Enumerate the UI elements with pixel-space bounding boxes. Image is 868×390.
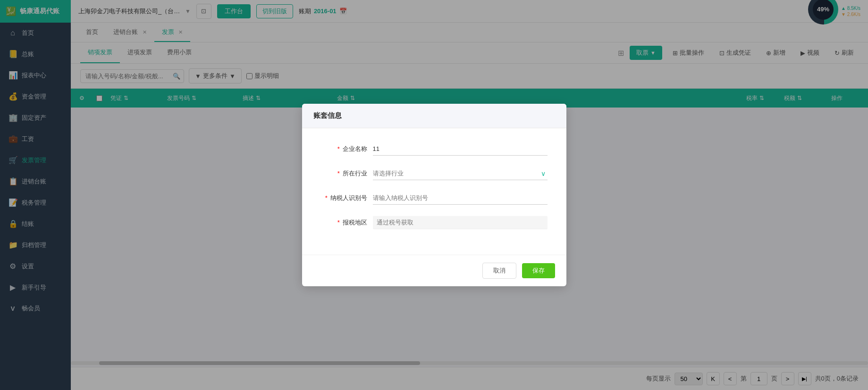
save-button[interactable]: 保存 bbox=[522, 263, 555, 278]
modal-footer: 取消 保存 bbox=[302, 255, 566, 286]
industry-select-wrap[interactable]: ∨ bbox=[373, 167, 548, 180]
modal-title: 账套信息 bbox=[313, 111, 342, 119]
modal: 账套信息 * 企业名称 * 所在行业 ∨ bbox=[302, 104, 566, 286]
tax-region-label: * 报税地区 bbox=[321, 218, 373, 227]
form-row-tax-id: * 纳税人识别号 bbox=[321, 191, 548, 205]
cancel-button[interactable]: 取消 bbox=[482, 263, 516, 279]
required-star: * bbox=[337, 145, 340, 152]
form-row-industry: * 所在行业 ∨ bbox=[321, 167, 548, 180]
tax-id-label: * 纳税人识别号 bbox=[321, 194, 373, 202]
required-star: * bbox=[337, 170, 340, 177]
company-name-label: * 企业名称 bbox=[321, 145, 373, 153]
modal-header: 账套信息 bbox=[302, 104, 566, 128]
required-star: * bbox=[325, 194, 328, 201]
company-name-input[interactable] bbox=[373, 142, 548, 156]
tax-region-input bbox=[373, 216, 548, 229]
tax-id-input[interactable] bbox=[373, 191, 548, 205]
industry-dropdown-icon: ∨ bbox=[541, 170, 548, 177]
industry-label: * 所在行业 bbox=[321, 169, 373, 178]
modal-body: * 企业名称 * 所在行业 ∨ * 纳税人识别号 bbox=[302, 128, 566, 255]
form-row-company-name: * 企业名称 bbox=[321, 142, 548, 156]
industry-select-input[interactable] bbox=[373, 167, 541, 180]
required-star: * bbox=[337, 219, 340, 226]
form-row-tax-region: * 报税地区 bbox=[321, 216, 548, 229]
modal-overlay: 账套信息 * 企业名称 * 所在行业 ∨ bbox=[0, 0, 868, 390]
